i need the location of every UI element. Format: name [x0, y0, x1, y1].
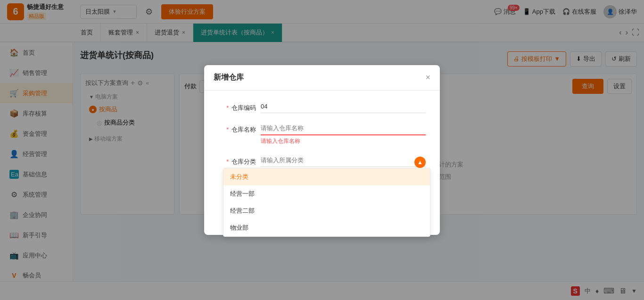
dropdown-item-2[interactable]: 经营二部: [223, 202, 430, 219]
code-label-text: 仓库编码: [231, 104, 256, 111]
modal-close-button[interactable]: ×: [425, 73, 430, 83]
dropdown-item-1[interactable]: 经营一部: [223, 185, 430, 202]
category-input-wrap: ▲ 未分类 经营一部 经营二部 物业部: [261, 154, 426, 167]
code-input-wrap: [261, 100, 426, 113]
modal-title: 新增仓库: [214, 73, 244, 83]
name-label-text: 仓库名称: [231, 126, 256, 133]
category-dropdown-arrow[interactable]: ▲: [414, 157, 426, 168]
form-row-category: * 仓库分类 ▲ 未分类 经营一部 经营二部 物业部: [218, 154, 426, 167]
required-star-category: *: [226, 158, 229, 165]
dropdown-item-0[interactable]: 未分类: [223, 168, 430, 185]
modal-body: * 仓库编码 * 仓库名称 请输入仓库名称: [204, 91, 440, 206]
name-input-wrap: 请输入仓库名称: [261, 122, 426, 145]
code-label: * 仓库编码: [218, 100, 256, 112]
name-label: * 仓库名称: [218, 122, 256, 134]
required-star-code: *: [226, 104, 229, 111]
warehouse-code-input[interactable]: [261, 100, 426, 113]
category-label-text: 仓库分类: [231, 158, 256, 165]
warehouse-category-input[interactable]: [261, 154, 426, 167]
warehouse-name-error: 请输入仓库名称: [261, 137, 426, 145]
required-star-name: *: [226, 126, 229, 133]
form-row-code: * 仓库编码: [218, 100, 426, 113]
dropdown-item-3[interactable]: 物业部: [223, 219, 430, 236]
modal-overlay[interactable]: 新增仓库 × * 仓库编码 * 仓库名称: [0, 0, 644, 300]
category-dropdown-list: 未分类 经营一部 经营二部 物业部: [223, 168, 430, 237]
modal-header: 新增仓库 ×: [204, 65, 440, 91]
category-label: * 仓库分类: [218, 154, 256, 166]
form-row-name: * 仓库名称 请输入仓库名称: [218, 122, 426, 145]
warehouse-name-input[interactable]: [261, 122, 426, 135]
new-warehouse-modal: 新增仓库 × * 仓库编码 * 仓库名称: [204, 65, 440, 235]
